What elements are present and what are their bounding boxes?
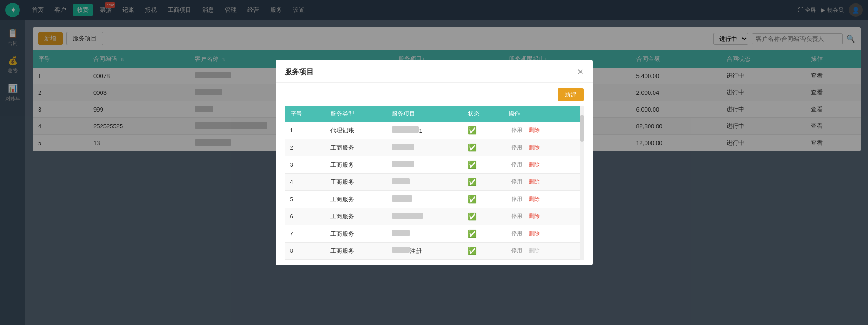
status-check-icon: ✅ xyxy=(468,213,477,220)
status-check-icon: ✅ xyxy=(468,178,477,186)
modal-th-item: 服务项目 xyxy=(386,106,462,122)
modal-body: 新建 序号 服务类型 服务项目 状态 操作 xyxy=(276,83,593,265)
modal-table-row: 5 工商服务 ✅ 停用 删除 xyxy=(285,191,584,208)
modal-table-row: 7 工商服务 ✅ 停用 删除 xyxy=(285,225,584,243)
status-check-icon: ✅ xyxy=(468,144,477,151)
modal-table-row: 4 工商服务 ✅ 停用 删除 xyxy=(285,174,584,191)
delete-button[interactable]: 删除 xyxy=(526,160,543,170)
modal-overlay[interactable]: 服务项目 ✕ 新建 序号 服务类型 服务项目 状态 操作 xyxy=(0,0,868,325)
disable-button[interactable]: 停用 xyxy=(509,194,525,204)
disable-button[interactable]: 停用 xyxy=(509,212,525,221)
disable-button[interactable]: 停用 xyxy=(509,143,525,152)
modal-th-seq: 序号 xyxy=(285,106,325,122)
modal-title: 服务项目 xyxy=(285,68,314,77)
status-check-icon: ✅ xyxy=(468,161,477,169)
modal-new-button[interactable]: 新建 xyxy=(558,88,584,101)
modal-table-row: 6 工商服务 ✅ 停用 删除 xyxy=(285,208,584,225)
delete-button[interactable]: 删除 xyxy=(526,246,543,256)
status-check-icon: ✅ xyxy=(468,126,477,134)
disable-button[interactable]: 停用 xyxy=(509,177,525,187)
modal-close-button[interactable]: ✕ xyxy=(577,67,584,77)
delete-button[interactable]: 删除 xyxy=(526,177,543,187)
modal-table-row: 2 工商服务 ✅ 停用 删除 xyxy=(285,139,584,156)
modal-toolbar: 新建 xyxy=(285,88,584,101)
service-items-modal: 服务项目 ✕ 新建 序号 服务类型 服务项目 状态 操作 xyxy=(276,60,593,265)
disable-button[interactable]: 停用 xyxy=(509,229,525,238)
status-check-icon: ✅ xyxy=(468,230,477,238)
service-items-table: 序号 服务类型 服务项目 状态 操作 1 代理记账 1 ✅ xyxy=(285,106,584,260)
modal-th-type: 服务类型 xyxy=(325,106,387,122)
modal-table-row: 3 工商服务 ✅ 停用 删除 xyxy=(285,156,584,174)
disable-button[interactable]: 停用 xyxy=(509,126,525,135)
disable-button[interactable]: 停用 xyxy=(509,160,525,170)
disable-button[interactable]: 停用 xyxy=(509,246,525,256)
delete-button[interactable]: 删除 xyxy=(526,194,543,204)
delete-button[interactable]: 删除 xyxy=(526,143,543,152)
delete-button[interactable]: 删除 xyxy=(526,229,543,238)
scrollbar-track[interactable] xyxy=(580,106,584,260)
modal-table-row: 8 工商服务 注册 ✅ 停用 删除 xyxy=(285,243,584,260)
modal-table-header-row: 序号 服务类型 服务项目 状态 操作 xyxy=(285,106,584,122)
modal-table-wrapper: 序号 服务类型 服务项目 状态 操作 1 代理记账 1 ✅ xyxy=(285,106,584,260)
delete-button[interactable]: 删除 xyxy=(526,126,543,135)
status-check-icon: ✅ xyxy=(468,247,477,255)
modal-table-row: 1 代理记账 1 ✅ 停用 删除 xyxy=(285,122,584,139)
modal-th-status: 状态 xyxy=(462,106,503,122)
modal-header: 服务项目 ✕ xyxy=(276,60,593,83)
delete-button[interactable]: 删除 xyxy=(526,212,543,221)
modal-th-action: 操作 xyxy=(503,106,584,122)
scrollbar-thumb[interactable] xyxy=(580,115,584,142)
status-check-icon: ✅ xyxy=(468,195,477,203)
